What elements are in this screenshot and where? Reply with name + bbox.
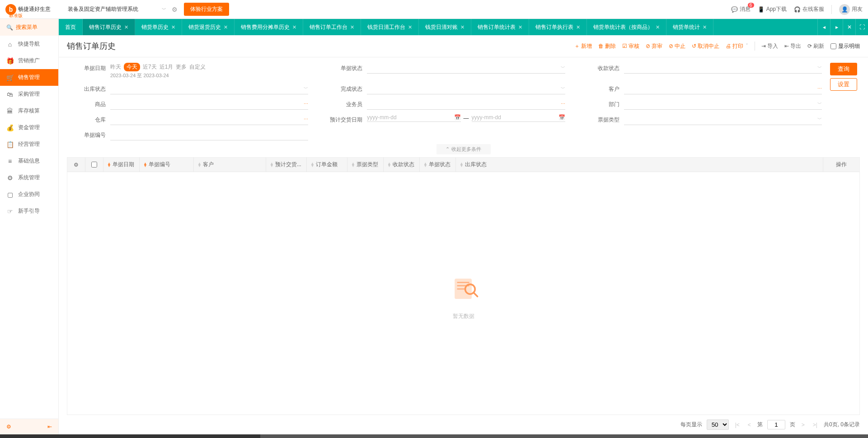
messages-link[interactable]: 💬 消息 6 — [731, 5, 751, 13]
date-pill[interactable]: 近1月 — [160, 63, 174, 71]
sidebar-item[interactable]: 📋经营管理 — [0, 136, 58, 153]
action-export[interactable]: ⇤导出 — [784, 42, 801, 50]
est-date-to[interactable]: yyyy-mm-dd📅 — [472, 114, 565, 122]
page-size-select[interactable]: 50 — [707, 419, 729, 430]
tab[interactable]: 销货单统计✕ — [666, 19, 713, 35]
tab[interactable]: 销货退货历史✕ — [182, 19, 235, 35]
warehouse-picker[interactable]: ⋯ — [110, 114, 308, 125]
close-icon[interactable]: ✕ — [350, 24, 354, 30]
status-select[interactable]: ﹀ — [367, 63, 565, 74]
col-checkbox[interactable] — [85, 158, 103, 172]
table-column-header[interactable]: ▲▼客户 — [194, 158, 266, 172]
try-industry-button[interactable]: 体验行业方案 — [184, 3, 229, 16]
sidebar-item[interactable]: ☞新手引导 — [0, 203, 58, 219]
sidebar-item[interactable]: ⌂快捷导航 — [0, 36, 58, 52]
table-column-header[interactable]: ▲▼收款状态 — [384, 158, 420, 172]
settings-button[interactable]: 设置 — [830, 78, 857, 91]
code-input[interactable] — [110, 130, 308, 140]
tab[interactable]: 首页 — [59, 19, 83, 35]
tab[interactable]: 销售费用分摊单历史✕ — [235, 19, 303, 35]
online-service-link[interactable]: 🎧 在线客服 — [794, 5, 824, 13]
table-column-header[interactable]: ▲▼单据日期 — [103, 158, 140, 172]
close-icon[interactable]: ✕ — [460, 24, 464, 30]
page-input[interactable] — [767, 420, 785, 429]
est-date-from[interactable]: yyyy-mm-dd📅 — [367, 114, 460, 122]
close-icon[interactable]: ✕ — [703, 24, 707, 30]
table-column-header[interactable]: ▲▼票据类型 — [347, 158, 384, 172]
action-unstop[interactable]: ↺取消中止 — [692, 42, 719, 50]
detail-checkbox[interactable] — [830, 43, 836, 49]
action-stop[interactable]: ⊘中止 — [669, 42, 685, 50]
sidebar-item[interactable]: 🏛库存核算 — [0, 103, 58, 119]
sidebar-search[interactable]: 🔍 搜索菜单 — [0, 19, 58, 36]
user-menu[interactable]: 👤 用友 — [839, 4, 863, 15]
close-icon[interactable]: ✕ — [124, 24, 128, 30]
table-column-header[interactable]: ▲▼单据编号 — [140, 158, 194, 172]
tab-close-all[interactable]: ✕ — [843, 19, 855, 35]
search-button[interactable]: 查询 — [830, 63, 857, 75]
done-select[interactable]: ﹀ — [367, 84, 565, 94]
collapse-icon[interactable]: ⇤ — [47, 424, 52, 430]
table-column-header[interactable]: ▲▼单据状态 — [420, 158, 456, 172]
action-import[interactable]: ⇥导入 — [761, 42, 778, 50]
gear-icon[interactable]: ⚙ — [172, 6, 178, 13]
page-prev[interactable]: < — [746, 422, 753, 428]
date-pill[interactable]: 今天 — [124, 63, 140, 71]
tab-scroll-right[interactable]: ▸ — [830, 19, 843, 35]
table-column-header[interactable]: ▲▼预计交货... — [266, 158, 307, 172]
sidebar-item[interactable]: 🛒销售管理 — [0, 69, 58, 86]
goods-picker[interactable]: ⋯ — [110, 99, 308, 110]
close-icon[interactable]: ✕ — [656, 24, 660, 30]
select-all-checkbox[interactable] — [91, 162, 97, 168]
tab[interactable]: 销货单统计表（按商品）✕ — [587, 19, 666, 35]
date-pill[interactable]: 近7天 — [143, 63, 157, 71]
tab[interactable]: 钱货日清对账✕ — [419, 19, 471, 35]
salesman-picker[interactable]: ⋯ — [367, 99, 565, 110]
tab[interactable]: 销售订单统计表✕ — [471, 19, 529, 35]
close-icon[interactable]: ✕ — [292, 24, 296, 30]
close-icon[interactable]: ✕ — [171, 24, 175, 30]
tab[interactable]: 销售订单执行表✕ — [529, 19, 587, 35]
table-column-header[interactable]: ▲▼订单金额 — [307, 158, 347, 172]
dept-select[interactable]: ﹀ — [624, 99, 822, 110]
date-pill[interactable]: 自定义 — [189, 63, 206, 71]
date-pill[interactable]: 更多 — [176, 63, 187, 71]
tab[interactable]: 销售订单历史✕ — [83, 19, 135, 35]
action-print[interactable]: 🖨打印˅ — [726, 42, 748, 50]
tab[interactable]: 销货单历史✕ — [135, 19, 182, 35]
date-pill[interactable]: 昨天 — [110, 63, 121, 71]
sidebar-item[interactable]: ▢企业协同 — [0, 186, 58, 203]
tab[interactable]: 销售订单工作台✕ — [303, 19, 361, 35]
customer-picker[interactable]: ⋯ — [624, 84, 822, 94]
action-add[interactable]: ＋新增 — [574, 42, 592, 50]
ticket-type-select[interactable]: ﹀ — [624, 114, 822, 125]
action-detail-toggle[interactable]: 显示明细 — [830, 42, 860, 50]
system-select[interactable]: 装备及固定资产辅助管理系统 ﹀ ⚙ — [68, 5, 178, 13]
page-first[interactable]: |< — [733, 422, 741, 428]
pay-select[interactable]: ﹀ — [624, 63, 822, 74]
action-audit[interactable]: ☑审核 — [622, 42, 639, 50]
app-download-link[interactable]: 📱 App下载 — [758, 5, 787, 13]
sidebar-item[interactable]: ≡基础信息 — [0, 153, 58, 169]
col-gear[interactable]: ⚙ — [67, 158, 85, 172]
sidebar-item[interactable]: ⚙系统管理 — [0, 169, 58, 186]
tab-scroll-left[interactable]: ◂ — [817, 19, 830, 35]
page-next[interactable]: > — [800, 422, 807, 428]
action-abandon[interactable]: ⊘弃审 — [646, 42, 662, 50]
sidebar-item[interactable]: 🎁营销推广 — [0, 52, 58, 69]
close-icon[interactable]: ✕ — [518, 24, 522, 30]
tab[interactable]: 钱货日清工作台✕ — [361, 19, 419, 35]
close-icon[interactable]: ✕ — [224, 24, 228, 30]
close-icon[interactable]: ✕ — [576, 24, 580, 30]
out-select[interactable]: ﹀ — [110, 84, 308, 94]
sidebar-item[interactable]: 💰资金管理 — [0, 119, 58, 136]
table-column-header[interactable]: ▲▼出库状态 — [456, 158, 823, 172]
collapse-filters[interactable]: ⌃ 收起更多条件 — [436, 144, 491, 154]
page-last[interactable]: >| — [811, 422, 819, 428]
action-refresh[interactable]: ⟳刷新 — [807, 42, 824, 50]
settings-icon[interactable]: ⚙ — [6, 424, 11, 430]
close-icon[interactable]: ✕ — [408, 24, 412, 30]
action-delete[interactable]: 🗑删除 — [598, 42, 616, 50]
sidebar-item[interactable]: 🛍采购管理 — [0, 86, 58, 103]
tab-fullscreen[interactable]: ⛶ — [855, 19, 868, 35]
